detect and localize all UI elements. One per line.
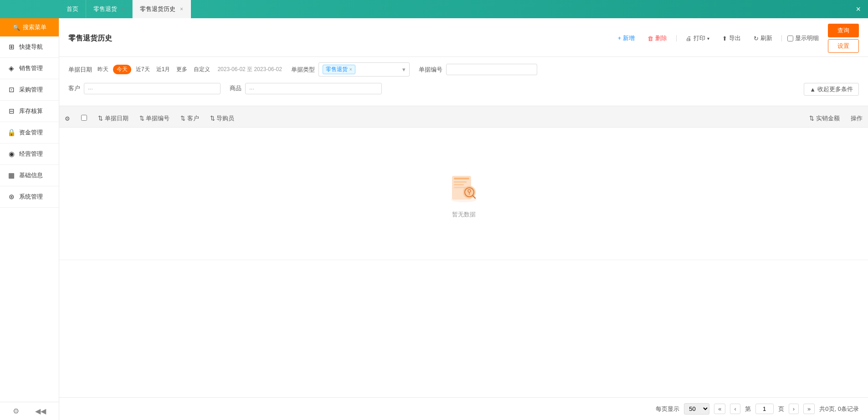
empty-text: 暂无数据 bbox=[452, 210, 476, 219]
filter-area: 单据日期 昨天 今天 近7天 近1月 更多 自定义 2023-06-02 至 2… bbox=[59, 57, 868, 106]
tab-retail-return-label: 零售退货 bbox=[93, 5, 117, 13]
col-guide[interactable]: ⇅ 导购员 bbox=[205, 110, 240, 128]
sidebar-item-sales-mgmt[interactable]: ◈ 销售管理 bbox=[0, 58, 59, 79]
type-select[interactable]: 零售退货 × ▾ bbox=[318, 62, 410, 77]
sidebar-item-basic-info[interactable]: ▦ 基础信息 bbox=[0, 165, 59, 186]
date-btn-1month[interactable]: 近1月 bbox=[154, 65, 172, 74]
tab-retail-return-history[interactable]: 零售退货历史 × bbox=[133, 0, 191, 18]
audio-icon[interactable]: ◀◀ bbox=[35, 407, 46, 415]
tab-retail-return-history-close[interactable]: × bbox=[180, 6, 183, 12]
date-range-display: 2023-06-02 至 2023-06-02 bbox=[217, 66, 282, 73]
col-date[interactable]: ⇅ 单据日期 bbox=[92, 110, 134, 128]
date-btn-custom[interactable]: 自定义 bbox=[192, 65, 212, 74]
svg-rect-2 bbox=[454, 178, 469, 179]
sidebar-item-purchase-mgmt[interactable]: ⊡ 采购管理 bbox=[0, 79, 59, 101]
svg-rect-4 bbox=[454, 184, 464, 185]
date-btn-yesterday[interactable]: 昨天 bbox=[96, 65, 110, 74]
goods-ellipsis: ··· bbox=[249, 85, 254, 92]
header-actions: + 新增 🗑 删除 🖨 打印 ▾ ⬆ 导出 ↻ 刷新 bbox=[614, 24, 859, 53]
tab-retail-return[interactable]: 零售退货 × bbox=[86, 0, 133, 18]
sidebar-item-ops-mgmt[interactable]: ◉ 经营管理 bbox=[0, 143, 59, 165]
page-size-select[interactable]: 20 50 100 bbox=[684, 403, 709, 415]
type-select-arrow: ▾ bbox=[402, 66, 406, 73]
col-number[interactable]: ⇅ 单据编号 bbox=[134, 110, 175, 128]
sidebar-search[interactable]: 🔍 搜索菜单 bbox=[0, 18, 59, 36]
window-close-btn[interactable]: × bbox=[856, 5, 861, 14]
inventory-icon: ⊟ bbox=[7, 107, 15, 115]
delete-button[interactable]: 🗑 删除 bbox=[644, 32, 671, 44]
table-area: ⚙ ⇅ 单据日期 ⇅ 单据编号 ⇅ 客户 bbox=[59, 110, 868, 397]
capital-mgmt-icon: 🔒 bbox=[7, 128, 15, 137]
col-spacer bbox=[240, 110, 804, 128]
date-btn-7days[interactable]: 近7天 bbox=[134, 65, 152, 74]
query-button[interactable]: 查询 bbox=[828, 24, 859, 37]
prev-page-btn[interactable]: ‹ bbox=[730, 404, 740, 414]
refresh-icon: ↻ bbox=[754, 35, 759, 42]
col-customer[interactable]: ⇅ 客户 bbox=[175, 110, 205, 128]
refresh-label: 刷新 bbox=[760, 34, 772, 42]
set-button[interactable]: 设置 bbox=[828, 39, 859, 53]
sidebar-footer: ⚙ ◀◀ bbox=[0, 402, 59, 420]
goods-select[interactable]: ··· bbox=[245, 83, 382, 94]
date-btn-today[interactable]: 今天 bbox=[113, 65, 131, 74]
number-filter: 单据编号 bbox=[419, 64, 537, 75]
number-input[interactable] bbox=[446, 64, 537, 75]
type-tag-close[interactable]: × bbox=[349, 67, 352, 72]
display-detail[interactable]: 显示明细 bbox=[787, 34, 819, 42]
display-detail-checkbox[interactable] bbox=[787, 36, 793, 41]
sidebar-nav: ⊞ 快捷导航 ◈ 销售管理 ⊡ 采购管理 ⊟ 库存核算 🔒 资金管理 ◉ 经营管… bbox=[0, 36, 59, 402]
svg-rect-3 bbox=[454, 181, 467, 183]
sales-mgmt-icon: ◈ bbox=[7, 64, 15, 72]
sidebar-item-inventory-label: 库存核算 bbox=[19, 107, 43, 115]
pagination: 每页显示 20 50 100 « ‹ 第 页 › » 共0页, 0条记录 bbox=[59, 397, 868, 420]
empty-icon bbox=[446, 169, 482, 205]
page-size-label: 每页显示 bbox=[656, 405, 679, 413]
date-btn-more[interactable]: 更多 bbox=[175, 65, 189, 74]
first-page-btn[interactable]: « bbox=[714, 404, 725, 414]
divider-2 bbox=[781, 35, 782, 41]
empty-row: 暂无数据 bbox=[59, 128, 868, 260]
delete-label: 删除 bbox=[655, 34, 667, 42]
tab-retail-return-close[interactable]: × bbox=[122, 6, 125, 12]
collapse-icon: ▲ bbox=[810, 86, 816, 93]
select-all-checkbox[interactable] bbox=[81, 115, 87, 121]
date-btn-group: 昨天 今天 近7天 近1月 更多 自定义 bbox=[96, 65, 212, 74]
sidebar-item-purchase-mgmt-label: 采购管理 bbox=[19, 86, 43, 94]
collapse-button[interactable]: ▲ 收起更多条件 bbox=[804, 83, 859, 96]
number-filter-label: 单据编号 bbox=[419, 66, 442, 74]
col-checkbox[interactable] bbox=[76, 110, 92, 128]
export-button[interactable]: ⬆ 导出 bbox=[719, 32, 745, 44]
filter-row-1: 单据日期 昨天 今天 近7天 近1月 更多 自定义 2023-06-02 至 2… bbox=[68, 62, 859, 77]
settings-icon[interactable]: ⚙ bbox=[13, 407, 19, 415]
goods-filter-label: 商品 bbox=[230, 84, 241, 92]
print-button[interactable]: 🖨 打印 ▾ bbox=[682, 32, 713, 44]
customer-ellipsis: ··· bbox=[88, 85, 93, 92]
settings-col-icon[interactable]: ⚙ bbox=[65, 115, 70, 122]
sidebar-item-quick-nav[interactable]: ⊞ 快捷导航 bbox=[0, 36, 59, 58]
customer-select[interactable]: ··· bbox=[84, 83, 221, 94]
next-page-btn[interactable]: › bbox=[789, 404, 799, 414]
ops-mgmt-icon: ◉ bbox=[7, 150, 15, 158]
sidebar-item-system-mgmt[interactable]: ⊛ 系统管理 bbox=[0, 186, 59, 208]
svg-rect-5 bbox=[454, 187, 466, 188]
type-tag[interactable]: 零售退货 × bbox=[323, 65, 355, 74]
col-customer-label: ⇅ 客户 bbox=[180, 115, 199, 122]
sidebar-item-capital-mgmt[interactable]: 🔒 资金管理 bbox=[0, 122, 59, 143]
sidebar-item-sales-mgmt-label: 销售管理 bbox=[19, 64, 43, 72]
col-amount[interactable]: ⇅ 实销金额 bbox=[804, 110, 845, 128]
col-amount-label: ⇅ 实销金额 bbox=[809, 115, 840, 122]
sidebar-item-inventory[interactable]: ⊟ 库存核算 bbox=[0, 101, 59, 122]
system-mgmt-icon: ⊛ bbox=[7, 193, 15, 201]
date-filter: 单据日期 昨天 今天 近7天 近1月 更多 自定义 2023-06-02 至 2… bbox=[68, 65, 282, 74]
tab-home[interactable]: 首页 bbox=[59, 0, 86, 18]
add-button[interactable]: + 新增 bbox=[614, 32, 638, 44]
print-label: 打印 bbox=[693, 34, 705, 42]
refresh-button[interactable]: ↻ 刷新 bbox=[750, 32, 776, 44]
last-page-btn[interactable]: » bbox=[803, 404, 815, 414]
empty-state: 暂无数据 bbox=[65, 132, 863, 255]
col-settings[interactable]: ⚙ bbox=[59, 110, 76, 128]
type-filter-label: 单据类型 bbox=[291, 66, 315, 74]
page-input[interactable] bbox=[755, 404, 774, 414]
page-label-suffix: 页 bbox=[778, 405, 784, 413]
empty-cell: 暂无数据 bbox=[59, 128, 868, 260]
